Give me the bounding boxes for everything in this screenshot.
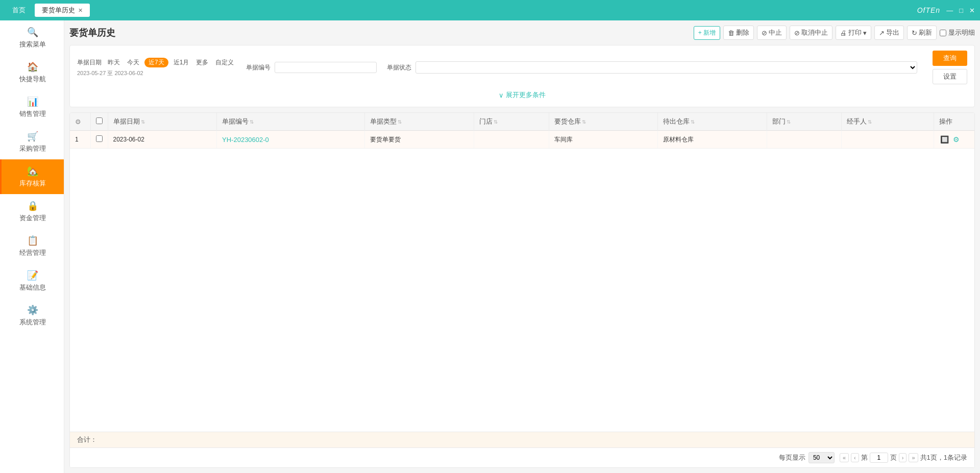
date-option-more[interactable]: 更多 xyxy=(194,58,210,67)
delete-icon: 🗑 xyxy=(728,29,734,37)
tab-close-icon[interactable]: ✕ xyxy=(78,7,83,14)
export-button[interactable]: ↗ 导出 xyxy=(874,26,904,40)
refresh-icon: ↻ xyxy=(912,29,917,37)
cancel-stop-button[interactable]: ⊘ 取消中止 xyxy=(790,26,832,40)
inventory-icon: 🏡 xyxy=(27,165,38,177)
filter-row-1: 单据日期 昨天 今天 近7天 近1月 更多 自定义 2023-05-27 至 2… xyxy=(77,51,967,84)
last-page-button[interactable]: » xyxy=(909,453,918,462)
row-handler xyxy=(842,131,934,149)
display-detail-checkbox[interactable] xyxy=(940,30,946,36)
row-checkbox xyxy=(90,131,108,149)
sort-order-no-icon[interactable]: ⇅ xyxy=(250,119,254,125)
sidebar-item-shortcuts[interactable]: 🏠 快捷导航 xyxy=(0,55,64,90)
row-actions-cell: 🔲 ⚙ xyxy=(934,131,974,149)
order-id-link[interactable]: YH-20230602-0 xyxy=(222,136,269,144)
window-close-icon[interactable]: ✕ xyxy=(969,7,975,14)
row-edit-button[interactable]: ⚙ xyxy=(952,134,961,145)
sidebar-item-operations[interactable]: 📋 经营管理 xyxy=(0,229,64,264)
expand-more-label: 展开更多条件 xyxy=(506,90,546,100)
page-number-input[interactable] xyxy=(870,453,888,463)
row-view-button[interactable]: 🔲 xyxy=(939,134,950,145)
sidebar-item-inventory[interactable]: 🏡 库存核算 xyxy=(0,159,64,194)
th-handler-label: 经手人 xyxy=(847,117,867,126)
cancel-stop-label: 取消中止 xyxy=(801,28,828,37)
query-button[interactable]: 查询 xyxy=(933,51,967,66)
order-no-input[interactable] xyxy=(275,62,377,73)
per-page-label: 每页显示 xyxy=(779,453,805,462)
window-maximize-icon[interactable]: □ xyxy=(959,7,963,14)
print-button[interactable]: 🖨 打印 ▾ xyxy=(836,26,871,40)
sidebar-label-system: 系统管理 xyxy=(19,318,46,327)
refresh-button[interactable]: ↻ 刷新 xyxy=(907,26,937,40)
sort-warehouse-icon[interactable]: ⇅ xyxy=(582,119,586,125)
print-icon: 🖨 xyxy=(840,29,847,37)
date-options: 昨天 今天 近7天 近1月 更多 自定义 xyxy=(106,58,236,67)
tab-active[interactable]: 要货单历史 ✕ xyxy=(35,4,90,17)
operations-icon: 📋 xyxy=(27,235,38,246)
date-option-today[interactable]: 今天 xyxy=(125,58,141,67)
th-date-label: 单据日期 xyxy=(113,117,140,126)
page-suffix: 页 xyxy=(890,453,897,462)
date-filter-group: 单据日期 昨天 今天 近7天 近1月 更多 自定义 2023-05-27 至 2… xyxy=(77,58,236,77)
home-icon: 🏠 xyxy=(27,61,38,73)
row-select-checkbox[interactable] xyxy=(96,135,103,142)
sidebar-label-sales: 销售管理 xyxy=(19,109,46,119)
stop-icon: ⊘ xyxy=(762,29,767,37)
summary-bar: 合计： xyxy=(70,432,974,447)
expand-more-button[interactable]: ∨ 展开更多条件 xyxy=(77,88,967,102)
stop-button[interactable]: ⊘ 中止 xyxy=(757,26,787,40)
first-page-button[interactable]: « xyxy=(840,453,849,462)
th-order-type: 单据类型 ⇅ xyxy=(365,113,474,131)
tab-bar: 首页 要货单历史 ✕ xyxy=(5,4,917,17)
expand-more-icon: ∨ xyxy=(499,91,504,99)
sidebar-item-purchase[interactable]: 🛒 采购管理 xyxy=(0,125,64,159)
summary-label: 合计： xyxy=(77,435,97,444)
delete-label: 删除 xyxy=(736,28,749,37)
window-minimize-icon[interactable]: — xyxy=(946,7,953,14)
sort-handler-icon[interactable]: ⇅ xyxy=(868,119,872,125)
select-all-checkbox[interactable] xyxy=(96,117,103,124)
filter-setting-button[interactable]: 设置 xyxy=(933,69,967,84)
th-handler: 经手人 ⇅ xyxy=(842,113,934,131)
content-area: 要货单历史 + 新增 🗑 删除 ⊘ 中止 ⊘ 取消中止 🖨 打印 xyxy=(64,20,980,473)
table-settings-icon[interactable]: ⚙ xyxy=(75,118,81,126)
table-row: 1 2023-06-02 YH-20230602-0 要货单要货 车间库 xyxy=(70,131,974,149)
tab-home[interactable]: 首页 xyxy=(5,4,33,17)
toolbar: + 新增 🗑 删除 ⊘ 中止 ⊘ 取消中止 🖨 打印 ▾ xyxy=(694,26,975,40)
search-menu-icon: 🔍 xyxy=(27,27,38,38)
date-option-custom[interactable]: 自定义 xyxy=(213,58,236,67)
date-option-7days[interactable]: 近7天 xyxy=(144,58,168,67)
sort-store-icon[interactable]: ⇅ xyxy=(494,119,498,125)
per-page-select[interactable]: 20 50 100 xyxy=(808,452,835,463)
row-pending-warehouse: 原材料仓库 xyxy=(658,131,767,149)
pagination-bar: 每页显示 20 50 100 « ‹ 第 页 › » 共1页，1条记录 xyxy=(70,447,974,467)
next-page-button[interactable]: › xyxy=(899,453,907,462)
row-date: 2023-06-02 xyxy=(108,131,217,149)
sidebar-item-search[interactable]: 🔍 搜索菜单 xyxy=(0,20,64,55)
table-scroll[interactable]: ⚙ 单据日期 ⇅ xyxy=(70,113,974,432)
basic-info-icon: 📝 xyxy=(27,270,38,281)
sidebar-item-system[interactable]: ⚙️ 系统管理 xyxy=(0,298,64,333)
sort-type-icon[interactable]: ⇅ xyxy=(398,119,402,125)
sidebar-item-basic[interactable]: 📝 基础信息 xyxy=(0,264,64,298)
prev-page-button[interactable]: ‹ xyxy=(851,453,859,462)
date-option-1month[interactable]: 近1月 xyxy=(172,58,191,67)
date-option-yesterday[interactable]: 昨天 xyxy=(106,58,122,67)
th-order-type-label: 单据类型 xyxy=(370,117,397,126)
page-label: 第 xyxy=(861,453,868,462)
delete-button[interactable]: 🗑 删除 xyxy=(723,26,754,40)
table-container: ⚙ 单据日期 ⇅ xyxy=(69,112,975,468)
sort-pending-icon[interactable]: ⇅ xyxy=(691,119,695,125)
sort-dept-icon[interactable]: ⇅ xyxy=(787,119,791,125)
display-detail-toggle[interactable]: 显示明细 xyxy=(940,28,975,37)
row-type: 要货单要货 xyxy=(365,131,474,149)
sidebar-item-finance[interactable]: 🔒 资金管理 xyxy=(0,194,64,229)
stop-label: 中止 xyxy=(769,28,782,37)
sort-date-icon[interactable]: ⇅ xyxy=(141,119,145,125)
th-store: 门店 ⇅ xyxy=(474,113,549,131)
top-right-actions: OfTEn — □ ✕ xyxy=(917,6,975,14)
status-select[interactable] xyxy=(415,61,917,74)
sidebar-item-sales[interactable]: 📊 销售管理 xyxy=(0,90,64,125)
new-button[interactable]: + 新增 xyxy=(694,26,720,40)
th-settings[interactable]: ⚙ xyxy=(70,113,90,131)
